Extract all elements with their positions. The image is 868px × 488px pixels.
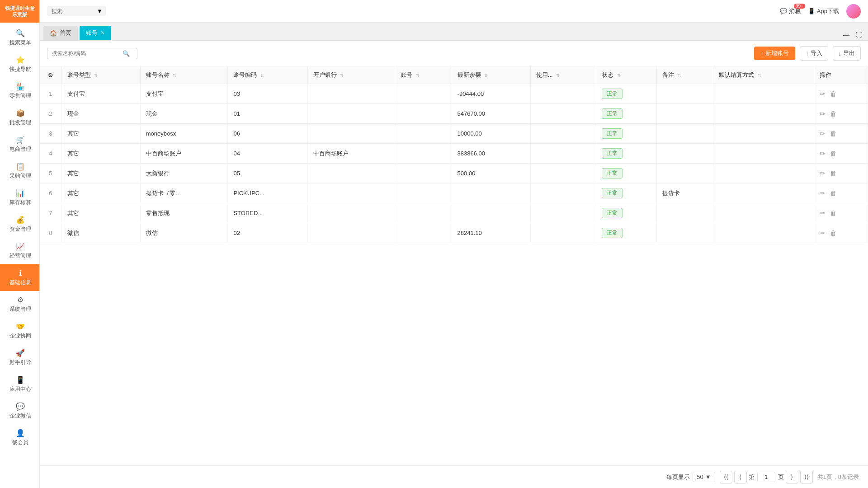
sidebar-item-purchase[interactable]: 📋 采购管理 bbox=[0, 158, 39, 184]
per-page-select[interactable]: 50 ▼ bbox=[693, 472, 715, 482]
row-actions: ✏ 🗑 bbox=[820, 90, 862, 98]
cell-num: 7 bbox=[40, 203, 61, 223]
cell-status: 正常 bbox=[596, 84, 657, 104]
col-remark[interactable]: 备注 ⇅ bbox=[657, 66, 713, 84]
cell-type: 支付宝 bbox=[61, 84, 140, 104]
app-download-btn[interactable]: 📱 App下载 bbox=[808, 7, 839, 15]
cell-status: 正常 bbox=[596, 203, 657, 223]
delete-icon[interactable]: 🗑 bbox=[830, 110, 837, 117]
tab-account-close[interactable]: ✕ bbox=[100, 30, 105, 36]
cell-actions: ✏ 🗑 bbox=[814, 104, 868, 124]
table-search-icon: 🔍 bbox=[123, 50, 130, 57]
cell-actions: ✏ 🗑 bbox=[814, 183, 868, 203]
page-number-input[interactable] bbox=[757, 472, 775, 482]
sidebar-item-appcenter[interactable]: 📱 应用中心 bbox=[0, 371, 39, 398]
edit-icon[interactable]: ✏ bbox=[820, 150, 826, 158]
status-badge: 正常 bbox=[602, 228, 623, 238]
cell-remark bbox=[657, 203, 713, 223]
edit-icon[interactable]: ✏ bbox=[820, 110, 826, 118]
sidebar-item-label: 企业微信 bbox=[9, 412, 31, 420]
sidebar-item-label: 经营管理 bbox=[9, 252, 31, 260]
cell-code: PICKUPC... bbox=[228, 183, 307, 203]
sidebar-item-ecommerce[interactable]: 🛒 电商管理 bbox=[0, 131, 39, 158]
import-button[interactable]: ↑ 导入 bbox=[800, 46, 828, 61]
edit-icon[interactable]: ✏ bbox=[820, 209, 826, 217]
header-search-input[interactable] bbox=[52, 8, 97, 14]
col-gear[interactable]: ⚙ bbox=[40, 66, 61, 84]
cell-status: 正常 bbox=[596, 223, 657, 243]
cell-actions: ✏ 🗑 bbox=[814, 84, 868, 104]
add-account-button[interactable]: + 新增账号 bbox=[754, 47, 795, 60]
notification-area[interactable]: 💬 消息 99+ bbox=[780, 7, 801, 15]
cell-name: 现金 bbox=[140, 104, 228, 124]
page-last-btn[interactable]: ⟩⟩ bbox=[800, 471, 813, 483]
delete-icon[interactable]: 🗑 bbox=[830, 209, 837, 217]
table-row: 7 其它 零售抵现 STORED... 正常 ✏ 🗑 bbox=[40, 203, 868, 223]
edit-icon[interactable]: ✏ bbox=[820, 130, 826, 138]
table-header-row: ⚙ 账号类型 ⇅ 账号名称 ⇅ 账号编码 ⇅ 开户银行 ⇅ 账号 ⇅ 最新余额 … bbox=[40, 66, 868, 84]
cell-account bbox=[395, 124, 452, 144]
sidebar-item-guide[interactable]: 🚀 新手引导 bbox=[0, 344, 39, 371]
delete-icon[interactable]: 🗑 bbox=[830, 130, 837, 137]
sidebar-item-retail[interactable]: 🏪 零售管理 bbox=[0, 78, 39, 104]
sidebar-item-quicknav[interactable]: ⭐ 快捷导航 bbox=[0, 51, 39, 78]
sidebar-item-collab[interactable]: 🤝 企业协同 bbox=[0, 318, 39, 344]
delete-icon[interactable]: 🗑 bbox=[830, 229, 837, 237]
page-next-btn[interactable]: ⟩ bbox=[786, 471, 798, 483]
cell-settle bbox=[713, 164, 814, 183]
col-usage[interactable]: 使用... ⇅ bbox=[530, 66, 596, 84]
sidebar-item-finance[interactable]: 💰 资金管理 bbox=[0, 211, 39, 238]
sidebar: 畅捷通时生意乐意版 🔍 搜索菜单 ⭐ 快捷导航 🏪 零售管理 📦 批发管理 🛒 … bbox=[0, 0, 40, 488]
page-input-area: 第 页 bbox=[749, 472, 784, 482]
col-actions: 操作 bbox=[814, 66, 868, 84]
delete-icon[interactable]: 🗑 bbox=[830, 90, 837, 98]
delete-icon[interactable]: 🗑 bbox=[830, 169, 837, 177]
export-button[interactable]: ↓ 导出 bbox=[833, 46, 861, 61]
col-type[interactable]: 账号类型 ⇅ bbox=[61, 66, 140, 84]
col-bank[interactable]: 开户银行 ⇅ bbox=[307, 66, 395, 84]
edit-icon[interactable]: ✏ bbox=[820, 90, 826, 98]
edit-icon[interactable]: ✏ bbox=[820, 169, 826, 178]
tab-maximize-btn[interactable]: ⛶ bbox=[854, 29, 864, 40]
sidebar-item-member[interactable]: 👤 畅会员 bbox=[0, 424, 39, 451]
header-search-box[interactable]: ▼ bbox=[47, 6, 106, 16]
col-settle[interactable]: 默认结算方式 ⇅ bbox=[713, 66, 814, 84]
col-code[interactable]: 账号编码 ⇅ bbox=[228, 66, 307, 84]
cell-bank bbox=[307, 164, 395, 183]
sidebar-item-basicinfo[interactable]: ℹ 基础信息 bbox=[0, 264, 39, 291]
col-account[interactable]: 账号 ⇅ bbox=[395, 66, 452, 84]
page-first-btn[interactable]: ⟨⟨ bbox=[720, 471, 732, 483]
table-search-wrap[interactable]: 🔍 bbox=[47, 48, 137, 59]
store-icon: 🏪 bbox=[16, 82, 25, 91]
sidebar-item-inventory[interactable]: 📊 库存核算 bbox=[0, 184, 39, 211]
tab-home[interactable]: 🏠 首页 bbox=[43, 26, 78, 40]
cell-settle bbox=[713, 124, 814, 144]
sidebar-item-label: 采购管理 bbox=[9, 172, 31, 180]
edit-icon[interactable]: ✏ bbox=[820, 189, 826, 197]
col-balance[interactable]: 最新余额 ⇅ bbox=[452, 66, 530, 84]
sidebar-item-operations[interactable]: 📈 经营管理 bbox=[0, 238, 39, 264]
col-status[interactable]: 状态 ⇅ bbox=[596, 66, 657, 84]
sidebar-item-search[interactable]: 🔍 搜索菜单 bbox=[0, 24, 39, 51]
gear-icon: ⚙ bbox=[17, 296, 24, 304]
top-header: ▼ 💬 消息 99+ 📱 App下载 bbox=[40, 0, 868, 23]
table-search-input[interactable] bbox=[52, 50, 120, 56]
sidebar-item-label: 搜索菜单 bbox=[9, 39, 31, 47]
user-avatar[interactable] bbox=[846, 4, 861, 19]
star-icon: ⭐ bbox=[16, 56, 25, 64]
status-badge: 正常 bbox=[602, 188, 623, 198]
delete-icon[interactable]: 🗑 bbox=[830, 189, 837, 197]
sidebar-item-corpwechat[interactable]: 💬 企业微信 bbox=[0, 398, 39, 424]
col-name[interactable]: 账号名称 ⇅ bbox=[140, 66, 228, 84]
tab-minimize-btn[interactable]: — bbox=[841, 29, 852, 40]
page-prev-btn[interactable]: ⟨ bbox=[734, 471, 747, 483]
rocket-icon: 🚀 bbox=[16, 349, 25, 357]
cell-settle bbox=[713, 223, 814, 243]
delete-icon[interactable]: 🗑 bbox=[830, 150, 837, 157]
sidebar-item-wholesale[interactable]: 📦 批发管理 bbox=[0, 104, 39, 131]
content-area: 🔍 + 新增账号 ↑ 导入 ↓ 导出 ⚙ 账号类型 ⇅ bbox=[40, 41, 868, 488]
cell-bank bbox=[307, 183, 395, 203]
tab-account[interactable]: 账号 ✕ bbox=[80, 26, 111, 40]
edit-icon[interactable]: ✏ bbox=[820, 229, 826, 237]
sidebar-item-system[interactable]: ⚙ 系统管理 bbox=[0, 291, 39, 318]
